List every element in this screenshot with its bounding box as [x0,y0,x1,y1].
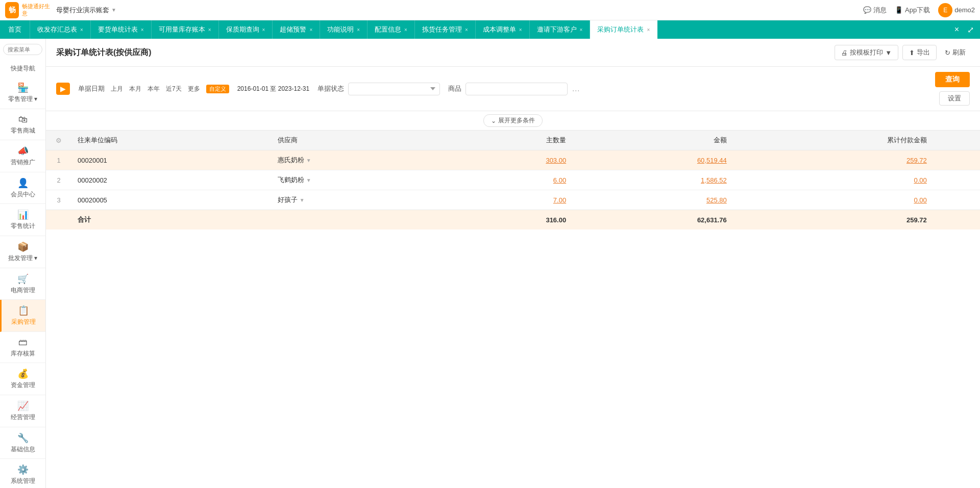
date-this-year[interactable]: 本年 [145,84,162,94]
close-jianhuo[interactable]: × [465,27,468,33]
tab-caigou-active[interactable]: 采购订单统计表 × [590,20,657,39]
workspace-selector[interactable]: 母婴行业演示账套 ▼ [56,6,116,15]
tab-kuyong[interactable]: 可用量库存账本 × [152,20,219,39]
refresh-button[interactable]: ↻ 刷新 [941,45,970,60]
close-chengben[interactable]: × [519,27,522,33]
sidebar-item-operations[interactable]: 📈 经营管理 [0,395,45,427]
nav-maximize-btn[interactable]: ⤢ [965,23,976,37]
tab-yaoqing[interactable]: 邀请下游客户 × [530,20,591,39]
date-more[interactable]: 更多 [186,84,202,94]
tab-peizhi-label: 配置信息 [375,25,401,34]
column-settings-icon[interactable]: ⚙ [56,137,62,144]
tab-home[interactable]: 首页 [0,20,30,39]
col-amount-header: 金额 [572,131,733,150]
tab-chaochujingbao[interactable]: 超储预警 × [273,20,320,39]
sidebar-item-member-center[interactable]: 👤 会员中心 [0,172,45,204]
retail-store-icon: 🛍 [18,114,28,125]
row-extra [933,150,980,170]
message-btn[interactable]: 💬 消息 [863,6,887,15]
sidebar-item-wholesale-mgmt[interactable]: 📦 批发管理 ▾ [0,236,45,268]
row-index: 2 [46,170,71,190]
tab-jianhuo[interactable]: 拣货任务管理 × [415,20,476,39]
close-caigou[interactable]: × [647,27,650,33]
tab-baozhi[interactable]: 保质期查询 × [219,20,273,39]
tab-chengben[interactable]: 成本调整单 × [476,20,530,39]
row-arrow-icon: ▼ [306,158,311,163]
tab-gongneng[interactable]: 功能说明 × [320,20,368,39]
dropdown-arrow-icon: ▼ [885,49,892,57]
table-row[interactable]: 2 00020002 飞鹤奶粉 ▼ 6.00 1,586.52 0.00 [46,170,980,190]
close-peizhi[interactable]: × [404,27,407,33]
retail-mgmt-icon: 🏪 [17,82,29,93]
row-amount[interactable]: 525.80 [572,190,733,210]
search-input[interactable] [3,44,42,55]
close-kuyong[interactable]: × [208,27,211,33]
sidebar-item-retail-stats[interactable]: 📊 零售统计 [0,204,45,236]
query-button[interactable]: 查询 [935,72,970,87]
sidebar-item-purchase-mgmt[interactable]: 📋 采购管理 [0,300,45,332]
marketing-icon: 📣 [17,145,29,157]
date-this-month[interactable]: 本月 [127,84,143,94]
date-from: 2016-01-01 [237,85,268,92]
expand-more-label: 展开更多条件 [498,116,535,125]
sidebar-item-basics[interactable]: 🔧 基础信息 [0,427,45,459]
goods-input[interactable] [465,83,568,95]
ecommerce-icon: 🛒 [17,273,29,285]
tab-chengben-label: 成本调整单 [483,25,516,34]
settings-button[interactable]: 设置 [939,91,970,106]
inventory-label: 库存核算 [11,350,35,358]
row-supplier: 惠氏奶粉 ▼ [272,150,447,170]
quick-nav-label: 快捷导航 [11,64,35,73]
sidebar-item-retail-mgmt[interactable]: 🏪 零售管理 ▾ [0,77,45,109]
row-paid[interactable]: 0.00 [733,170,933,190]
user-area[interactable]: E demo2 [938,3,975,17]
tab-peizhi[interactable]: 配置信息 × [368,20,415,39]
goods-more-icon[interactable]: … [572,84,581,93]
tab-yaohuo[interactable]: 要货单统计表 × [91,20,152,39]
sidebar-item-system[interactable]: ⚙️ 系统管理 [0,459,45,488]
expand-more-btn[interactable]: ⌄ 展开更多条件 [483,114,543,127]
row-quantity[interactable]: 7.00 [447,190,572,210]
status-filter-group: 单据状态 [317,83,440,95]
table-row[interactable]: 1 00020001 惠氏奶粉 ▼ 303.00 60,519.44 259.7… [46,150,980,170]
row-amount[interactable]: 1,586.52 [572,170,733,190]
col-code-header: 往来单位编码 [71,131,272,150]
sidebar-item-ecommerce[interactable]: 🛒 电商管理 [0,268,45,300]
nav-close-btn[interactable]: × [952,23,961,36]
download-icon: 📱 [895,6,903,14]
tab-kuyong-label: 可用量库存账本 [159,25,205,34]
sidebar-item-inventory[interactable]: 🗃 库存核算 [0,332,45,364]
row-supplier: 飞鹤奶粉 ▼ [272,170,447,190]
row-paid[interactable]: 259.72 [733,150,933,170]
sidebar-item-quick-nav[interactable]: 快捷导航 [0,60,45,77]
date-filter-label: 单据日期 [78,84,105,93]
row-code: 00020001 [71,150,272,170]
nav-right-buttons: × ⤢ [952,23,980,37]
main-layout: 快捷导航 🏪 零售管理 ▾ 🛍 零售商城 📣 营销推广 👤 会员中心 📊 零售统… [0,39,980,488]
purchase-mgmt-icon: 📋 [18,305,29,316]
sidebar-item-marketing[interactable]: 📣 营销推广 [0,140,45,172]
export-button[interactable]: ⬆ 导出 [902,45,937,60]
close-chaochujingbao[interactable]: × [309,27,312,33]
date-custom-badge: 自定义 [206,85,229,93]
sidebar-item-finance[interactable]: 💰 资金管理 [0,363,45,395]
filter-toggle-button[interactable]: ▶ [56,83,70,95]
tab-shoufacun[interactable]: 收发存汇总表 × [30,20,91,39]
table-row[interactable]: 3 00020005 好孩子 ▼ 7.00 525.80 0.00 [46,190,980,210]
close-gongneng[interactable]: × [357,27,360,33]
row-paid[interactable]: 0.00 [733,190,933,210]
close-yaoqing[interactable]: × [580,27,583,33]
date-last-month[interactable]: 上月 [109,84,125,94]
sidebar-item-retail-store[interactable]: 🛍 零售商城 [0,109,45,141]
row-quantity[interactable]: 303.00 [447,150,572,170]
row-quantity[interactable]: 6.00 [447,170,572,190]
close-yaohuo[interactable]: × [141,27,144,33]
close-shoufacun[interactable]: × [80,27,83,33]
date-7days[interactable]: 近7天 [164,84,184,94]
close-baozhi[interactable]: × [262,27,265,33]
template-print-button[interactable]: 🖨 按模板打印 ▼ [835,45,898,60]
status-select[interactable] [348,83,440,95]
app-download-btn[interactable]: 📱 App下载 [895,6,930,15]
date-filter-group: 单据日期 上月 本月 本年 近7天 更多 自定义 [78,84,229,94]
row-amount[interactable]: 60,519.44 [572,150,733,170]
